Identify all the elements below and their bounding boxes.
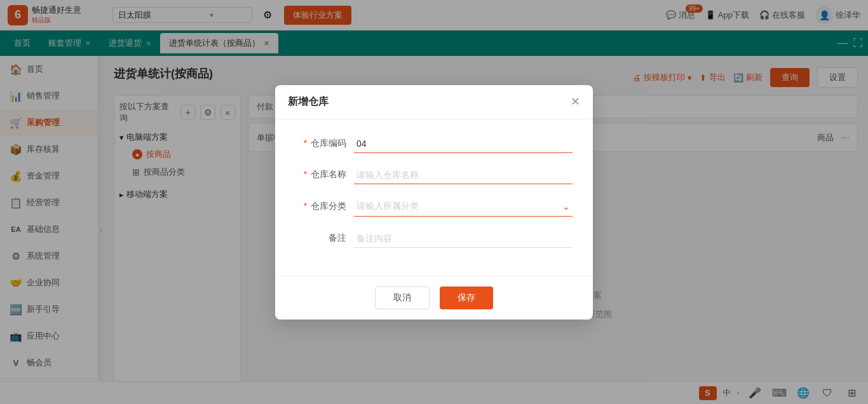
form-label-category: * 仓库分类 [295, 201, 346, 212]
modal-footer: 取消 保存 [275, 276, 593, 320]
note-label-text: 备注 [329, 232, 346, 243]
modal-overlay[interactable]: 新增仓库 ✕ * 仓库编码 * 仓库名称 [0, 0, 868, 404]
category-placeholder: 请输入所属分类 [356, 201, 562, 212]
modal-close-button[interactable]: ✕ [571, 96, 580, 107]
form-row-code: * 仓库编码 [295, 135, 573, 153]
required-star-category: * [304, 201, 307, 211]
form-label-note: 备注 [295, 232, 346, 244]
modal-body: * 仓库编码 * 仓库名称 * 仓库分类 请输入所属 [275, 119, 593, 276]
warehouse-name-input[interactable] [354, 166, 573, 184]
save-button[interactable]: 保存 [440, 286, 493, 309]
category-label-text: 仓库分类 [311, 201, 346, 211]
category-arrow-icon: ⌄ [562, 201, 570, 212]
warehouse-code-input[interactable] [354, 135, 573, 153]
form-label-name: * 仓库名称 [295, 169, 346, 180]
form-row-category: * 仓库分类 请输入所属分类 ⌄ [295, 197, 573, 217]
form-label-code: * 仓库编码 [295, 138, 346, 149]
modal-add-warehouse: 新增仓库 ✕ * 仓库编码 * 仓库名称 [275, 85, 593, 320]
required-star-name: * [304, 169, 307, 179]
name-label-text: 仓库名称 [311, 169, 346, 179]
warehouse-note-input[interactable] [354, 229, 573, 248]
form-row-note: 备注 [295, 229, 573, 248]
required-star-code: * [304, 138, 307, 148]
form-row-name: * 仓库名称 [295, 166, 573, 184]
modal-title: 新增仓库 [288, 95, 329, 109]
modal-header: 新增仓库 ✕ [275, 85, 593, 119]
cancel-button[interactable]: 取消 [375, 286, 430, 309]
code-label-text: 仓库编码 [311, 138, 346, 148]
category-select[interactable]: 请输入所属分类 ⌄ [354, 197, 573, 217]
